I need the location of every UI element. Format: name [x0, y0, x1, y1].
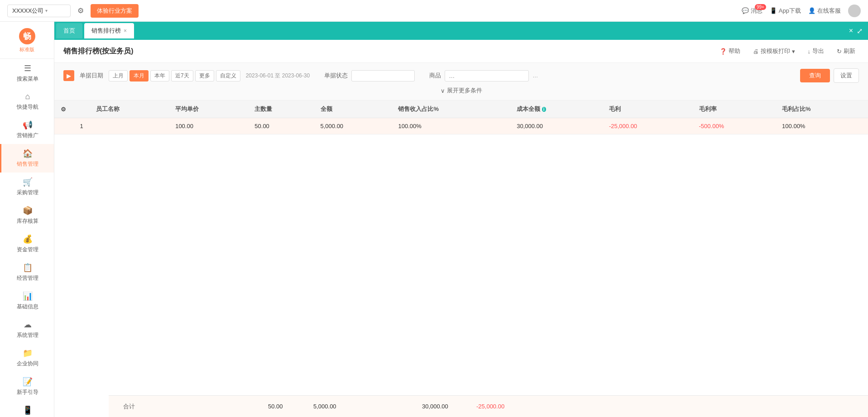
avatar[interactable]	[848, 5, 861, 17]
date-btn-this-year[interactable]: 本年	[150, 70, 169, 81]
table-header-row: ⚙ 员工名称 平均单价 主数量 全额 销售收入占比% 成本全额 i 毛利	[54, 101, 868, 118]
footer-profit: -25,000.00	[471, 403, 525, 410]
table-row: 1 100.00 50.00 5,000.00 100.00% 30,000.0…	[54, 118, 868, 134]
table-footer: 合计 50.00 5,000.00 30,000.00 -25,000.00	[109, 395, 868, 417]
app-download-button[interactable]: 📱 App下载	[770, 7, 801, 15]
window-maximize-icon[interactable]: ⤢	[857, 27, 863, 35]
inventory-icon: 📦	[23, 206, 33, 216]
service-label: 在线客服	[817, 7, 841, 15]
chevron-down-icon: ▾	[45, 8, 48, 13]
cost-info-icon[interactable]: i	[542, 107, 546, 112]
col-name: 员工名称	[91, 101, 170, 118]
col-profit: 毛利	[604, 101, 694, 118]
sidebar-item-purchase[interactable]: 🛒 采购管理	[0, 173, 54, 201]
gear-icon: ⚙	[77, 6, 84, 15]
main-layout: 畅 标准版 ☰ 搜索菜单 ⌂ 快捷导航 📢 营销推广 🏠 销售管理 🛒	[0, 22, 868, 417]
sidebar-item-basic[interactable]: 📊 基础信息	[0, 287, 54, 315]
row-name	[91, 118, 170, 134]
tab-sales-ranking[interactable]: 销售排行榜 ×	[84, 23, 134, 38]
filter-bar: ▶ 单据日期 上月 本月 本年 近7天 更多 自定义 2023-06-01 至 …	[54, 63, 868, 101]
goods-input[interactable]	[445, 70, 529, 81]
home-icon: ⌂	[25, 92, 30, 101]
footer-label: 合计	[118, 403, 217, 411]
logo-text: 标准版	[19, 46, 34, 53]
guide-icon: 📝	[23, 377, 33, 387]
row-profit: -25,000.00	[604, 118, 694, 134]
sidebar-item-operations[interactable]: 📋 经营管理	[0, 258, 54, 287]
top-bar-right: 💬 消息 99+ 📱 App下载 👤 在线客服	[742, 5, 861, 17]
date-btn-more[interactable]: 更多	[195, 70, 214, 81]
sidebar-item-sales[interactable]: 🏠 销售管理	[0, 144, 54, 173]
date-btn-this-month[interactable]: 本月	[129, 70, 149, 81]
trial-button[interactable]: 体验行业方案	[91, 4, 139, 18]
status-filter-group: 单据状态	[324, 70, 415, 81]
settings-icon-btn[interactable]: ⚙	[74, 5, 87, 17]
sidebar-item-finance[interactable]: 💰 资金管理	[0, 230, 54, 258]
sidebar-item-system[interactable]: ☁ 系统管理	[0, 315, 54, 344]
message-button[interactable]: 💬 消息 99+	[742, 7, 762, 15]
table-area: ⚙ 员工名称 平均单价 主数量 全额 销售收入占比% 成本全额 i 毛利	[54, 101, 868, 417]
sales-icon: 🏠	[23, 149, 33, 158]
marketing-icon: 📢	[23, 120, 33, 130]
svg-text:畅: 畅	[23, 32, 31, 41]
col-rank	[72, 101, 91, 118]
page-content: 销售排行榜(按业务员) ❓ 帮助 🖨 按模板打印 ▾ ↓	[54, 40, 868, 417]
goods-more-icon[interactable]: …	[532, 72, 538, 79]
sidebar-item-appstore[interactable]: 📱 应用中心	[0, 401, 54, 417]
window-close-icon[interactable]: ×	[849, 27, 853, 35]
status-select[interactable]	[351, 70, 415, 81]
refresh-button[interactable]: ↻ 刷新	[833, 45, 859, 57]
company-name: XXXXX公司	[12, 7, 43, 15]
data-table: ⚙ 员工名称 平均单价 主数量 全额 销售收入占比% 成本全额 i 毛利	[54, 101, 868, 134]
row-avg-price: 100.00	[170, 118, 249, 134]
col-cost-amount: 成本全额 i	[511, 101, 604, 118]
sidebar-item-enterprise[interactable]: 📁 企业协同	[0, 344, 54, 372]
sidebar-item-search-order[interactable]: ☰ 搜索菜单	[0, 59, 54, 87]
date-btn-prev-month[interactable]: 上月	[109, 70, 128, 81]
logo-icon: 畅	[18, 27, 36, 45]
tab-bar-actions: × ⤢	[849, 27, 868, 35]
tab-home[interactable]: 首页	[56, 23, 82, 38]
row-profit-rate: -500.00%	[694, 118, 777, 134]
expand-filter-button[interactable]: ∨ 展开更多条件	[441, 86, 482, 95]
row-quantity: 50.00	[249, 118, 315, 134]
export-button[interactable]: ↓ 导出	[804, 45, 828, 57]
col-avg-price: 平均单价	[170, 101, 249, 118]
row-cost-amount: 30,000.00	[511, 118, 604, 134]
app-icon: 📱	[770, 7, 777, 14]
sidebar-item-shortcut[interactable]: ⌂ 快捷导航	[0, 87, 54, 115]
refresh-icon: ↻	[837, 48, 842, 55]
page-actions: ❓ 帮助 🖨 按模板打印 ▾ ↓ 导出 ↻	[716, 45, 859, 57]
print-button[interactable]: 🖨 按模板打印 ▾	[749, 45, 799, 57]
date-btn-7days[interactable]: 近7天	[171, 70, 193, 81]
company-selector[interactable]: XXXXX公司 ▾	[7, 5, 71, 17]
date-range: 2023-06-01 至 2023-06-30	[246, 72, 310, 80]
content-area: 首页 销售排行榜 × × ⤢ 销售排行榜(按业务员) ❓	[54, 22, 868, 417]
app-label: App下载	[779, 7, 801, 15]
query-button[interactable]: 查询	[800, 69, 830, 82]
footer-quantity: 50.00	[263, 403, 308, 410]
filter-toggle-btn[interactable]: ▶	[63, 70, 74, 81]
row-amount: 5,000.00	[315, 118, 393, 134]
sidebar-item-guide[interactable]: 📝 新手引导	[0, 372, 54, 401]
tab-bar: 首页 销售排行榜 × × ⤢	[54, 22, 868, 40]
row-sales-pct: 100.00%	[393, 118, 511, 134]
col-settings[interactable]: ⚙	[54, 101, 72, 118]
export-icon: ↓	[808, 48, 811, 55]
sidebar-item-inventory[interactable]: 📦 库存核算	[0, 201, 54, 230]
filter-row: ▶ 单据日期 上月 本月 本年 近7天 更多 自定义 2023-06-01 至 …	[63, 68, 859, 83]
date-btn-custom[interactable]: 自定义	[216, 70, 240, 81]
page-title: 销售排行榜(按业务员)	[63, 47, 134, 56]
col-quantity: 主数量	[249, 101, 315, 118]
menu-icon: ☰	[24, 63, 31, 73]
help-button[interactable]: ❓ 帮助	[716, 45, 744, 57]
date-shortcuts: 上月 本月 本年 近7天 更多 自定义	[109, 70, 240, 81]
sidebar-item-marketing[interactable]: 📢 营销推广	[0, 115, 54, 144]
online-service-button[interactable]: 👤 在线客服	[808, 7, 841, 15]
col-amount: 全额	[315, 101, 393, 118]
tab-close-icon[interactable]: ×	[124, 28, 127, 34]
help-icon: ❓	[719, 48, 727, 55]
appstore-icon: 📱	[23, 405, 33, 415]
setting-button[interactable]: 设置	[834, 68, 859, 83]
row-profit-pct: 100.00%	[777, 118, 868, 134]
